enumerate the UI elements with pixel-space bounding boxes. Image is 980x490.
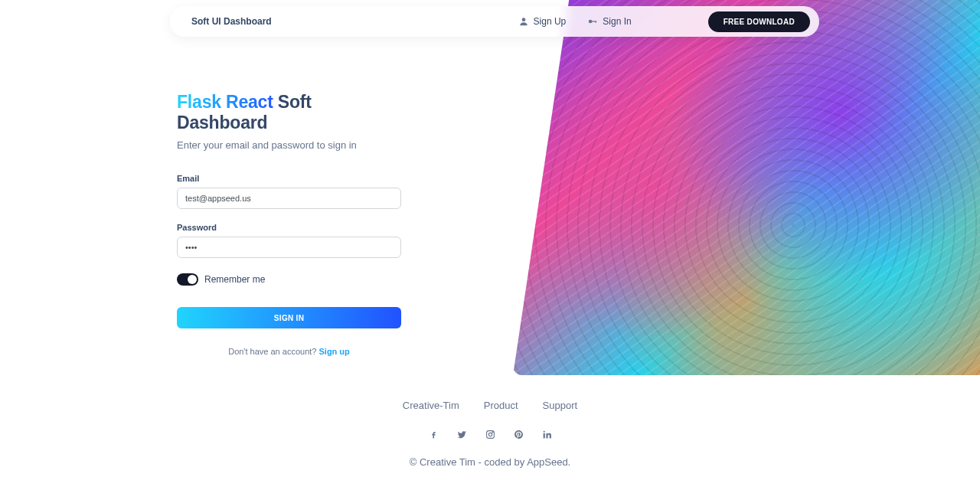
svg-point-6 xyxy=(492,432,492,433)
nav-signin[interactable]: Sign In xyxy=(587,16,631,27)
hero-background xyxy=(513,0,980,375)
person-icon xyxy=(518,16,529,27)
email-field[interactable] xyxy=(177,188,401,209)
footer-link-product[interactable]: Product xyxy=(484,400,518,411)
social-links xyxy=(0,430,980,439)
footer-links: Creative-Tim Product Support xyxy=(0,400,980,411)
remember-toggle[interactable] xyxy=(177,273,198,286)
pinterest-icon[interactable] xyxy=(514,430,524,439)
page-title: Flask React Soft Dashboard xyxy=(177,92,401,133)
top-navbar: Soft UI Dashboard Sign Up Sign In FREE D… xyxy=(170,6,819,37)
toggle-knob xyxy=(188,275,197,284)
nav-signup-label: Sign Up xyxy=(534,16,567,27)
title-gradient: Flask React xyxy=(177,92,278,112)
signup-prompt: Don't have an account? Sign up xyxy=(177,347,401,356)
signup-link[interactable]: Sign up xyxy=(318,347,349,356)
svg-point-1 xyxy=(589,20,593,24)
svg-point-0 xyxy=(521,18,525,21)
svg-point-5 xyxy=(488,433,492,436)
svg-point-8 xyxy=(543,431,544,433)
signin-form: Flask React Soft Dashboard Enter your em… xyxy=(177,92,401,356)
remember-label: Remember me xyxy=(204,274,265,285)
password-label: Password xyxy=(177,223,401,232)
copyright-text: © Creative Tim - coded by AppSeed. xyxy=(0,456,980,468)
nav-signup[interactable]: Sign Up xyxy=(518,16,567,27)
svg-rect-3 xyxy=(596,21,596,22)
free-download-button[interactable]: FREE DOWNLOAD xyxy=(708,11,810,32)
linkedin-icon[interactable] xyxy=(542,430,552,439)
key-icon xyxy=(587,16,598,27)
signin-button[interactable]: SIGN IN xyxy=(177,307,401,328)
svg-rect-7 xyxy=(543,433,544,439)
signup-prompt-text: Don't have an account? xyxy=(228,347,318,356)
nav-signin-label: Sign In xyxy=(603,16,631,27)
brand-title[interactable]: Soft UI Dashboard xyxy=(191,16,272,27)
remember-row: Remember me xyxy=(177,273,401,286)
password-field[interactable] xyxy=(177,237,401,258)
twitter-icon[interactable] xyxy=(457,430,467,439)
facebook-icon[interactable] xyxy=(429,430,439,439)
footer: Creative-Tim Product Support © Creative … xyxy=(0,400,980,468)
email-label: Email xyxy=(177,174,401,183)
instagram-icon[interactable] xyxy=(485,430,495,439)
nav-links: Sign Up Sign In xyxy=(518,16,632,27)
page-subtitle: Enter your email and password to sign in xyxy=(177,139,401,151)
footer-link-support[interactable]: Support xyxy=(543,400,578,411)
footer-link-creative-tim[interactable]: Creative-Tim xyxy=(403,400,459,411)
